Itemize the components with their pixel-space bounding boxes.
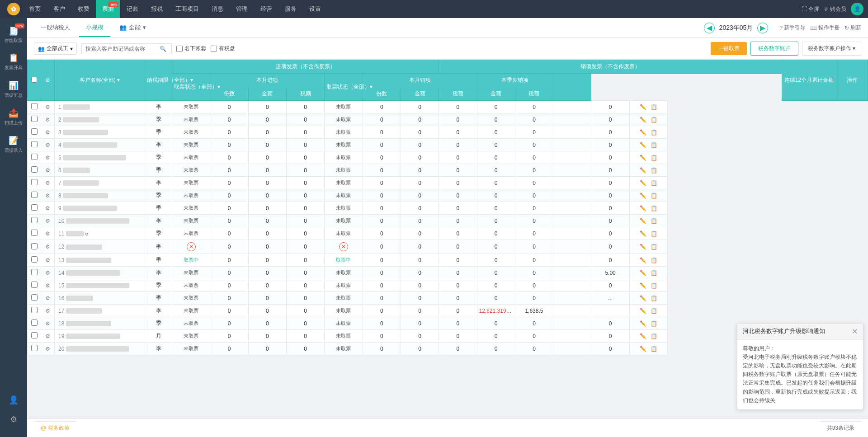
copy-icon[interactable]: 📋 [651, 320, 657, 327]
copy-icon[interactable]: 📋 [651, 129, 657, 136]
row-checkbox-11[interactable] [31, 230, 38, 236]
sidebar-item-scan-upload[interactable]: 📤 扫描上传 [1, 104, 26, 130]
nav-item-invoice[interactable]: 票据 new [96, 0, 120, 18]
row-checkbox-13[interactable] [31, 256, 38, 263]
row-checkbox-18[interactable] [31, 320, 38, 326]
tab-general-taxpayer[interactable]: 一般纳税人 [34, 19, 77, 37]
checkbox-subledger[interactable]: 名下账套 [176, 45, 206, 52]
nav-item-operation[interactable]: 经营 [254, 0, 278, 18]
row-checkbox-16[interactable] [31, 294, 38, 301]
manual-btn[interactable]: 📖 操作手册 [810, 24, 840, 32]
copy-icon[interactable]: 📋 [651, 167, 657, 174]
edit-icon[interactable]: ✏️ [640, 282, 646, 289]
row-checkbox-9[interactable] [31, 204, 38, 211]
edit-icon[interactable]: ✏️ [640, 244, 646, 250]
nav-item-business[interactable]: 工商项目 [169, 0, 205, 18]
quick-invoice-btn[interactable]: 一键取票 [711, 42, 747, 55]
row-checkbox-7[interactable] [31, 179, 38, 185]
tab-full-capability[interactable]: 👥 全能 ▾ [113, 19, 153, 37]
copy-icon[interactable]: 📋 [651, 308, 657, 314]
copy-icon[interactable]: 📋 [651, 230, 657, 237]
row-checkbox-6[interactable] [31, 166, 38, 173]
edit-icon[interactable]: ✏️ [640, 257, 646, 263]
nav-item-customer[interactable]: 客户 [47, 0, 71, 18]
edit-icon[interactable]: ✏️ [640, 155, 646, 161]
row-checkbox-8[interactable] [31, 192, 38, 198]
copy-icon[interactable]: 📋 [651, 218, 657, 224]
copy-icon[interactable]: 📋 [651, 257, 657, 263]
sidebar-item-user[interactable]: 👤 [1, 391, 26, 409]
nav-item-tax[interactable]: 报税 [145, 0, 169, 18]
copy-icon[interactable]: 📋 [651, 180, 657, 186]
sidebar-item-settings[interactable]: ⚙ [1, 411, 26, 428]
edit-icon[interactable]: ✏️ [640, 295, 646, 301]
tax-disk-checkbox[interactable] [211, 46, 217, 52]
user-avatar[interactable]: 👤 [851, 3, 863, 15]
sidebar-item-invoice-summary[interactable]: 📊 票据汇总 [1, 77, 26, 102]
edit-icon[interactable]: ✏️ [640, 346, 646, 352]
row-checkbox-10[interactable] [31, 217, 38, 223]
edit-icon[interactable]: ✏️ [640, 129, 646, 136]
member-btn[interactable]: ♕ 购会员 [824, 5, 846, 13]
edit-icon[interactable]: ✏️ [640, 104, 646, 110]
refresh-btn[interactable]: ↻ 刷新 [844, 24, 861, 32]
sidebar-item-invoice-entry[interactable]: 📝 票据录入 [1, 132, 26, 157]
row-checkbox-5[interactable] [31, 154, 38, 160]
guide-btn[interactable]: ? 新手引导 [779, 24, 806, 32]
edit-icon[interactable]: ✏️ [640, 142, 646, 148]
row-checkbox-20[interactable] [31, 345, 38, 351]
edit-icon[interactable]: ✏️ [640, 320, 646, 327]
checkbox-tax-disk[interactable]: 有税盘 [211, 45, 235, 52]
row-checkbox-19[interactable] [31, 332, 38, 338]
date-prev-btn[interactable]: ◀ [704, 23, 715, 33]
copy-icon[interactable]: 📋 [651, 333, 657, 339]
fullscreen-btn[interactable]: ⛶ 全屏 [802, 5, 819, 13]
sidebar-item-invoice-open[interactable]: 📋 发票开具 [1, 49, 26, 75]
row-checkbox-14[interactable] [31, 269, 38, 275]
nav-item-home[interactable]: 首页 [23, 0, 47, 18]
copy-icon[interactable]: 📋 [651, 104, 657, 110]
copy-icon[interactable]: 📋 [651, 244, 657, 250]
copy-icon[interactable]: 📋 [651, 205, 657, 211]
tab-small-scale[interactable]: 小规模 [79, 19, 110, 37]
edit-icon[interactable]: ✏️ [640, 333, 646, 339]
nav-item-management[interactable]: 管理 [230, 0, 254, 18]
row-checkbox-3[interactable] [31, 128, 38, 135]
subledger-checkbox[interactable] [176, 46, 183, 52]
app-logo[interactable]: ✿ [5, 0, 23, 18]
edit-icon[interactable]: ✏️ [640, 193, 646, 199]
edit-icon[interactable]: ✏️ [640, 117, 646, 123]
edit-icon[interactable]: ✏️ [640, 205, 646, 211]
copy-icon[interactable]: 📋 [651, 117, 657, 123]
tax-policy-link[interactable]: @ 税务政策 [34, 421, 76, 435]
notification-close-btn[interactable]: ✕ [852, 327, 858, 336]
nav-item-accounting[interactable]: 记账 [120, 0, 145, 18]
tax-ops-btn[interactable]: 税务数字账户操作 ▾ [802, 42, 861, 56]
copy-icon[interactable]: 📋 [651, 295, 657, 301]
edit-icon[interactable]: ✏️ [640, 308, 646, 314]
date-next-btn[interactable]: ▶ [757, 23, 768, 33]
nav-item-service[interactable]: 服务 [278, 0, 303, 18]
nav-item-fee[interactable]: 收费 [71, 0, 96, 18]
search-icon[interactable]: 🔍 [160, 46, 166, 52]
sidebar-item-smart-invoice[interactable]: 🧾 智能取票 new [1, 23, 26, 47]
row-checkbox-1[interactable] [31, 103, 38, 109]
copy-icon[interactable]: 📋 [651, 155, 657, 161]
copy-icon[interactable]: 📋 [651, 346, 657, 352]
copy-icon[interactable]: 📋 [651, 270, 657, 276]
employee-select[interactable]: 👥 全部员工 ▾ [34, 42, 77, 55]
tax-account-btn[interactable]: 税务数字账户 [750, 42, 798, 56]
nav-item-message[interactable]: 消息 [205, 0, 230, 18]
edit-icon[interactable]: ✏️ [640, 167, 646, 174]
copy-icon[interactable]: 📋 [651, 282, 657, 289]
nav-item-settings[interactable]: 设置 [303, 0, 327, 18]
edit-icon[interactable]: ✏️ [640, 180, 646, 186]
row-checkbox-12[interactable] [31, 243, 38, 249]
edit-icon[interactable]: ✏️ [640, 218, 646, 224]
row-checkbox-2[interactable] [31, 116, 38, 122]
copy-icon[interactable]: 📋 [651, 142, 657, 148]
row-checkbox-15[interactable] [31, 282, 38, 288]
row-checkbox-4[interactable] [31, 141, 38, 147]
edit-icon[interactable]: ✏️ [640, 270, 646, 276]
row-checkbox-17[interactable] [31, 307, 38, 313]
